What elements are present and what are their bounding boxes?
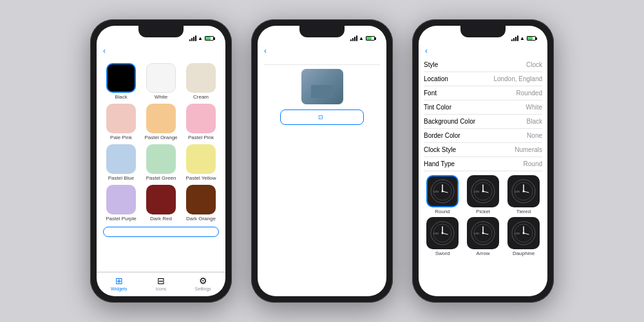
setting-value-6: Numerals: [515, 146, 542, 153]
setting-label-1: Location: [424, 75, 448, 82]
clock-item-round[interactable]: LDN Round: [424, 175, 461, 214]
battery-2: [366, 36, 375, 41]
setting-label-2: Font: [424, 90, 437, 97]
color-item-pastel-green[interactable]: Pastel Green: [143, 144, 179, 181]
bar3: [193, 37, 194, 41]
adjust-alignment-button[interactable]: ⊡: [280, 109, 364, 125]
color-label-pale-pink: Pale Pink: [110, 135, 132, 140]
screen-1: ▲ ‹ BlackWhiteCreamPale PinkPastel Orang…: [97, 26, 225, 296]
color-label-black: Black: [115, 94, 128, 100]
status-icons-1: ▲: [189, 35, 214, 41]
setting-row-border-color[interactable]: Border ColorNone: [424, 129, 542, 143]
signal-3: [511, 35, 518, 41]
color-label-pastel-green: Pastel Green: [146, 175, 176, 181]
bar2c: [513, 38, 515, 41]
color-item-pastel-orange[interactable]: Pastel Orange: [143, 104, 179, 140]
clock-item-tiered[interactable]: LDN Tiered: [505, 175, 542, 214]
back-button-3[interactable]: ‹: [425, 46, 429, 55]
tab-settings[interactable]: ⚙ Settings: [195, 276, 211, 291]
setting-row-background-color[interactable]: Background ColorBlack: [424, 115, 542, 129]
setting-row-tint-color[interactable]: Tint ColorWhite: [424, 100, 542, 115]
clock-item-sword[interactable]: LDN Sword: [424, 217, 461, 256]
phone-1: ▲ ‹ BlackWhiteCreamPale PinkPastel Orang…: [90, 19, 232, 303]
color-item-pale-pink[interactable]: Pale Pink: [103, 104, 139, 140]
phone-2: ▲ ‹ ⊡: [251, 19, 393, 303]
clock-item-dauphine[interactable]: LDN Dauphine: [505, 217, 542, 256]
setting-value-3: White: [526, 104, 542, 111]
content-3: StyleClockLocationLondon, EnglandFontRou…: [419, 58, 547, 296]
color-swatch-dark-orange: [186, 185, 216, 214]
export-wallpaper-button[interactable]: [103, 227, 219, 237]
color-swatch-white: [146, 63, 176, 93]
bar1: [189, 39, 191, 41]
color-item-black[interactable]: Black: [103, 63, 139, 100]
clock-label-picket: Picket: [476, 209, 490, 214]
svg-point-11: [482, 191, 484, 193]
setting-row-hand-type[interactable]: Hand TypeRound: [424, 157, 542, 171]
color-label-pastel-purple: Pastel Purple: [106, 216, 137, 222]
bar1c: [511, 39, 513, 41]
clock-item-picket[interactable]: LDN Picket: [464, 175, 502, 214]
bar2: [191, 38, 193, 41]
nav-bar-2: ‹: [258, 44, 386, 58]
svg-text:LDN: LDN: [515, 190, 520, 193]
setting-label-3: Tint Color: [424, 104, 451, 111]
color-label-pastel-yellow: Pastel Yellow: [185, 175, 216, 181]
battery-fill-2: [366, 37, 372, 40]
clock-item-arrow[interactable]: LDN Arrow: [464, 217, 502, 256]
setting-label-5: Border Color: [424, 132, 460, 139]
tab-widgets[interactable]: ⊞ Widgets: [111, 276, 127, 291]
color-swatch-pastel-blue: [106, 144, 136, 174]
setting-row-location[interactable]: LocationLondon, England: [424, 72, 542, 86]
screen-2: ▲ ‹ ⊡: [258, 26, 386, 296]
signal-1: [189, 35, 196, 41]
notch-2: [299, 26, 345, 37]
setting-row-clock-style[interactable]: Clock StyleNumerals: [424, 143, 542, 157]
adjust-icon: ⊡: [318, 114, 323, 120]
svg-text:LDN: LDN: [433, 232, 439, 235]
bar4: [195, 35, 196, 41]
svg-text:LDN: LDN: [474, 190, 479, 193]
style-row-2: [264, 58, 380, 65]
clock-label2-dauphine: Dauphine: [513, 251, 535, 256]
color-item-cream[interactable]: Cream: [183, 63, 219, 100]
color-item-dark-orange[interactable]: Dark Orange: [183, 185, 219, 222]
setting-row-style[interactable]: StyleClock: [424, 58, 542, 72]
back-button-2[interactable]: ‹: [264, 46, 268, 55]
clock-face2-dauphine: LDN: [507, 217, 540, 249]
tab-icons[interactable]: ⊟ Icons: [156, 276, 167, 291]
color-label-dark-red: Dark Red: [150, 216, 172, 222]
color-label-pastel-orange: Pastel Orange: [144, 135, 177, 140]
tab-widgets-label: Widgets: [111, 287, 127, 291]
svg-text:LDN: LDN: [515, 232, 520, 235]
color-swatch-dark-red: [146, 185, 176, 214]
bar3b: [354, 37, 355, 41]
bar1b: [350, 39, 352, 41]
setting-row-font[interactable]: FontRounded: [424, 86, 542, 100]
content-1: BlackWhiteCreamPale PinkPastel OrangePas…: [97, 58, 225, 272]
color-item-pastel-yellow[interactable]: Pastel Yellow: [183, 144, 219, 181]
nav-bar-1: ‹: [97, 44, 225, 58]
widgets-icon: ⊞: [115, 276, 123, 286]
color-label-cream: Cream: [193, 94, 209, 100]
settings-icon: ⚙: [199, 276, 207, 286]
nav-bar-3: ‹: [419, 44, 547, 58]
battery-fill-1: [205, 37, 211, 40]
svg-point-23: [442, 232, 444, 234]
color-grid: BlackWhiteCreamPale PinkPastel OrangePas…: [103, 63, 219, 222]
photo-container: [264, 69, 380, 104]
color-item-pastel-blue[interactable]: Pastel Blue: [103, 144, 139, 181]
color-label-pastel-blue: Pastel Blue: [108, 175, 134, 181]
clock-label2-arrow: Arrow: [477, 251, 490, 256]
color-item-pastel-purple[interactable]: Pastel Purple: [103, 185, 139, 222]
color-swatch-black: [106, 63, 136, 93]
back-button-1[interactable]: ‹: [103, 46, 107, 55]
color-swatch-pastel-orange: [146, 104, 176, 133]
notch-1: [138, 26, 184, 37]
clock-grid-row2: LDN Sword LDN Arrow LDN Dauphine: [424, 217, 542, 256]
color-item-dark-red[interactable]: Dark Red: [143, 185, 179, 222]
clock-label-round: Round: [435, 209, 450, 214]
color-item-pastel-pink[interactable]: Pastel Pink: [183, 104, 219, 140]
color-swatch-pastel-purple: [106, 185, 136, 214]
color-item-white[interactable]: White: [143, 63, 179, 100]
